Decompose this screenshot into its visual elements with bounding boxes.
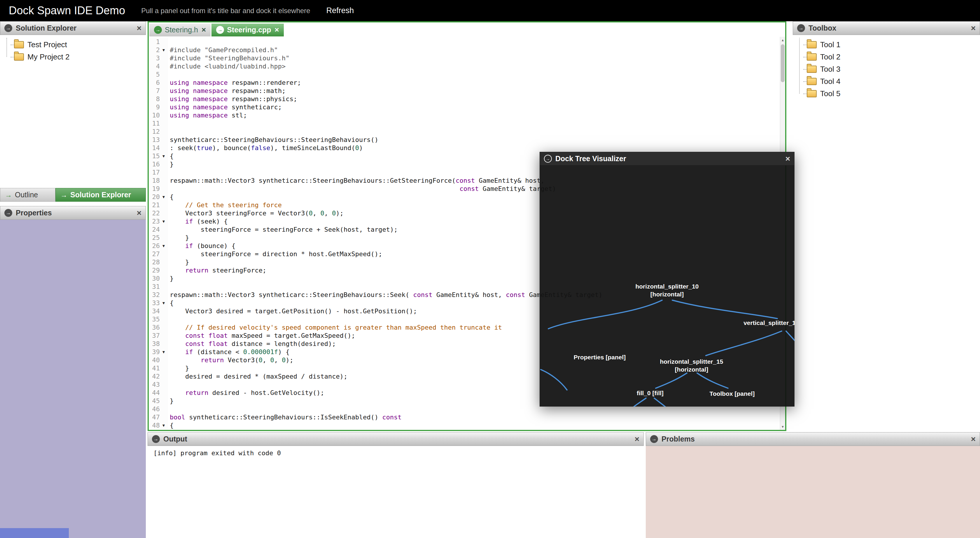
fold-icon[interactable] [160,87,167,95]
fold-icon[interactable] [160,356,167,364]
svg-text:Toolbox [panel]: Toolbox [panel] [710,390,755,397]
close-icon[interactable]: × [971,24,975,32]
fold-icon[interactable] [160,103,167,111]
line-gutter: 1 [149,38,168,46]
fold-icon[interactable] [160,250,167,258]
scroll-down-icon[interactable]: ▼ [780,424,785,430]
fold-icon[interactable] [160,62,167,70]
dock-arrow-icon: → [152,435,160,443]
horizontal-splitter-left[interactable] [0,202,146,206]
fold-icon[interactable] [160,209,167,217]
dialog-titlebar[interactable]: → Dock Tree Visualizer × [539,152,794,165]
tree-item[interactable]: Tool 2 [797,51,980,63]
fold-icon[interactable] [160,275,167,283]
fold-icon[interactable] [160,38,167,46]
tree-item-label: Tool 1 [820,40,840,49]
fold-icon[interactable] [160,389,167,397]
fold-icon[interactable] [160,177,167,185]
vertical-splitter-left[interactable] [146,21,148,538]
fold-icon[interactable]: ▾ [160,242,167,250]
vertical-splitter-output-problems[interactable] [644,432,646,538]
tree-item[interactable]: Tool 3 [797,63,980,75]
svg-text:[horizontal]: [horizontal] [651,291,684,298]
fold-icon[interactable]: ▾ [160,299,167,307]
fold-icon[interactable] [160,79,167,87]
fold-icon[interactable] [160,405,167,413]
fold-icon[interactable] [160,128,167,136]
fold-icon[interactable] [160,111,167,119]
solution-explorer-titlebar[interactable]: → Solution Explorer × [0,21,146,35]
fold-icon[interactable] [160,267,167,275]
fold-icon[interactable] [160,324,167,332]
close-icon[interactable]: × [635,435,640,443]
fold-icon[interactable] [160,258,167,267]
refresh-button[interactable]: Refresh [326,6,354,15]
folder-icon [14,53,24,60]
fold-icon[interactable] [160,168,167,177]
line-gutter: 30 [149,275,168,283]
close-icon[interactable]: × [137,24,142,32]
fold-icon[interactable] [160,95,167,103]
dock-arrow-icon: → [5,24,12,32]
properties-panel: → Properties × [0,206,146,538]
fold-icon[interactable] [160,136,167,144]
tree-item[interactable]: My Project 2 [4,51,146,63]
fold-icon[interactable] [160,201,167,209]
problems-titlebar[interactable]: → Problems × [646,432,980,446]
fold-icon[interactable]: ▾ [160,193,167,201]
fold-icon[interactable]: ▾ [160,46,167,54]
fold-icon[interactable]: ▾ [160,217,167,225]
fold-icon[interactable] [160,373,167,381]
fold-icon[interactable] [160,225,167,234]
fold-icon[interactable] [160,119,167,128]
fold-icon[interactable] [160,340,167,348]
line-gutter: 16 [149,160,168,168]
fold-icon[interactable] [160,160,167,168]
tree-item[interactable]: Tool 1 [797,38,980,51]
fold-icon[interactable] [160,291,167,299]
fold-icon[interactable] [160,413,167,421]
fold-icon[interactable] [160,54,167,62]
fold-icon[interactable]: ▾ [160,421,167,430]
close-icon[interactable]: × [786,155,790,163]
svg-text:[horizontal]: [horizontal] [675,366,708,373]
tree-item[interactable]: Tool 5 [797,87,980,100]
fold-icon[interactable] [160,283,167,291]
fold-icon[interactable]: ▾ [160,348,167,356]
fold-icon[interactable] [160,332,167,340]
fold-icon[interactable] [160,315,167,324]
scroll-up-icon[interactable]: ▲ [780,37,785,43]
tab-close-icon[interactable]: × [202,25,206,34]
fold-icon[interactable]: ▾ [160,152,167,160]
document-tab-Steering.cpp[interactable]: →Steering.cpp× [212,24,284,37]
svg-text:horizontal_splitter_10: horizontal_splitter_10 [635,283,698,290]
fold-icon[interactable] [160,185,167,193]
line-gutter: 2▾ [149,46,168,54]
fold-icon[interactable] [160,397,167,405]
output-titlebar[interactable]: → Output × [148,432,644,446]
toolbox-titlebar[interactable]: → Toolbox × [793,21,980,35]
fold-icon[interactable] [160,364,167,373]
properties-footer-bar[interactable] [0,528,69,538]
scrollbar-thumb[interactable] [781,44,784,82]
tree-item[interactable]: Tool 4 [797,75,980,87]
fold-icon[interactable] [160,307,167,315]
tree-item[interactable]: Test Project [4,38,146,51]
tab-outline[interactable]: → Outline [0,188,56,202]
close-icon[interactable]: × [137,209,142,217]
close-icon[interactable]: × [971,435,975,443]
fold-icon[interactable] [160,381,167,389]
fold-icon[interactable] [160,70,167,79]
horizontal-splitter-bottom[interactable] [148,431,980,432]
dock-arrow-icon: → [797,24,805,32]
toolbox-tree: Tool 1Tool 2Tool 3Tool 4Tool 5 [793,35,980,100]
properties-titlebar[interactable]: → Properties × [0,206,146,220]
line-gutter: 36 [149,324,168,332]
document-tab-Steering.h[interactable]: →Steering.h× [150,24,211,37]
tab-solution-explorer[interactable]: → Solution Explorer [56,188,146,202]
tab-close-icon[interactable]: × [275,25,279,34]
fold-icon[interactable] [160,234,167,242]
fold-icon[interactable] [160,144,167,152]
code-line: 6using namespace respawn::renderer; [149,79,785,87]
code-line: 2▾#include "GamePrecompiled.h" [149,46,785,54]
